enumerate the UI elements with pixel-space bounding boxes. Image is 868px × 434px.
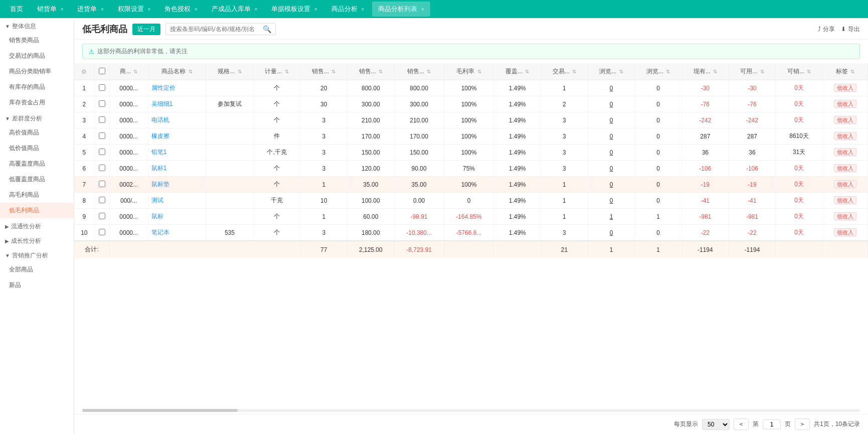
row-select-checkbox[interactable] <box>99 132 105 139</box>
sidebar-section-growth[interactable]: ▶ 成长性分析 <box>0 233 74 247</box>
row-name[interactable]: 鼠标垫 <box>148 177 206 193</box>
col-views1[interactable]: 浏览... ⇅ <box>588 63 635 80</box>
col-views2[interactable]: 浏览... ⇅ <box>635 63 682 80</box>
close-icon[interactable]: × <box>148 7 151 12</box>
sidebar-item-high-value[interactable]: 高价值商品 <box>0 125 74 140</box>
export-button[interactable]: ⬇ 导出 <box>841 25 860 34</box>
col-spec[interactable]: 规格... ⇅ <box>206 63 254 80</box>
scrollbar-thumb[interactable] <box>82 409 238 412</box>
col-unit[interactable]: 计量... ⇅ <box>253 63 300 80</box>
views-link[interactable]: 0 <box>610 117 613 124</box>
col-tag[interactable]: 标签 ⇅ <box>822 63 867 80</box>
search-input[interactable] <box>170 26 260 33</box>
row-select-checkbox[interactable] <box>99 165 105 171</box>
sidebar-item-new-goods[interactable]: 新品 <box>0 277 74 293</box>
row-checkbox[interactable] <box>94 161 109 177</box>
row-checkbox[interactable] <box>94 112 109 128</box>
sidebar-section-marketing[interactable]: ▼ 营销推广分析 <box>0 247 74 262</box>
views-link[interactable]: 0 <box>610 133 613 140</box>
views-link[interactable]: 0 <box>610 165 613 172</box>
row-name[interactable]: 电话机 <box>148 112 206 128</box>
row-checkbox[interactable] <box>94 128 109 144</box>
close-icon[interactable]: × <box>361 7 364 12</box>
close-icon[interactable]: × <box>195 7 198 12</box>
sidebar-item-all-goods[interactable]: 全部商品 <box>0 262 74 277</box>
row-select-checkbox[interactable] <box>99 149 105 155</box>
row-name[interactable]: 属性定价 <box>148 80 206 96</box>
row-checkbox[interactable] <box>94 96 109 112</box>
row-name[interactable]: 吴细细1 <box>148 96 206 112</box>
row-select-checkbox[interactable] <box>99 116 105 123</box>
sidebar-item-sales-goods[interactable]: 销售类商品 <box>0 33 74 48</box>
nav-product-analysis[interactable]: 商品分析 × <box>325 2 370 17</box>
nav-purchase-order[interactable]: 进货单 × <box>71 2 109 17</box>
col-sales-qty[interactable]: 销售... ⇅ <box>300 63 348 80</box>
per-page-select[interactable]: 50 20 100 <box>702 419 730 430</box>
close-icon[interactable]: × <box>101 7 104 12</box>
share-button[interactable]: ⤴ 分享 <box>818 25 835 34</box>
close-icon[interactable]: × <box>421 7 424 12</box>
row-checkbox[interactable] <box>94 225 109 241</box>
views-link[interactable]: 0 <box>610 101 613 108</box>
sidebar-item-capital-usage[interactable]: 库存资金占用 <box>0 95 74 110</box>
close-icon[interactable]: × <box>314 7 317 12</box>
views-link[interactable]: 0 <box>610 85 613 92</box>
nav-home[interactable]: 首页 <box>4 2 29 17</box>
col-code[interactable]: 商... ⇅ <box>109 63 148 80</box>
sidebar-section-quality[interactable]: ▼ 差群度分析 <box>0 110 74 125</box>
row-select-checkbox[interactable] <box>99 229 105 235</box>
views-link[interactable]: 0 <box>610 229 613 236</box>
close-icon[interactable]: × <box>61 7 64 12</box>
row-name[interactable]: 鼠标1 <box>148 161 206 177</box>
nav-permissions[interactable]: 权限设置 × <box>112 2 156 17</box>
nav-role-auth[interactable]: 角色授权 × <box>158 2 203 17</box>
sidebar-item-category-rate[interactable]: 商品分类助销率 <box>0 64 74 79</box>
sidebar-item-inventory-goods[interactable]: 有库存的商品 <box>0 79 74 95</box>
close-icon[interactable]: × <box>255 7 258 12</box>
row-name[interactable]: 笔记本 <box>148 225 206 241</box>
col-sales-amount[interactable]: 销售... ⇅ <box>348 63 395 80</box>
col-gross-margin[interactable]: 毛利率 ⇅ <box>444 63 494 80</box>
views-link[interactable]: 0 <box>610 197 613 204</box>
row-name[interactable]: 铅笔1 <box>148 144 206 161</box>
settings-icon[interactable]: ⚙ <box>81 68 87 75</box>
date-filter-button[interactable]: 近一月 <box>132 24 160 35</box>
row-checkbox[interactable] <box>94 193 109 209</box>
col-settings[interactable]: ⚙ <box>74 63 94 80</box>
nav-template-settings[interactable]: 单据模板设置 × <box>265 2 323 17</box>
col-transactions[interactable]: 交易... ⇅ <box>541 63 588 80</box>
row-select-checkbox[interactable] <box>99 84 105 91</box>
col-name[interactable]: 商品名称 ⇅ <box>148 63 206 80</box>
views-link[interactable]: 0 <box>610 149 613 156</box>
col-sellable-days[interactable]: 可销... ⇅ <box>776 63 823 80</box>
row-select-checkbox[interactable] <box>99 100 105 107</box>
row-name[interactable]: 鼠标 <box>148 209 206 225</box>
sidebar-item-low-value[interactable]: 低价值商品 <box>0 140 74 156</box>
row-select-checkbox[interactable] <box>99 197 105 203</box>
sidebar-item-high-margin[interactable]: 高毛利商品 <box>0 187 74 203</box>
select-all-checkbox[interactable] <box>99 68 105 74</box>
col-available-stock[interactable]: 可用... ⇅ <box>729 63 776 80</box>
views-link[interactable]: 0 <box>610 181 613 188</box>
row-checkbox[interactable] <box>94 144 109 161</box>
sidebar-section-overview[interactable]: ▼ 整体信息 <box>0 18 74 33</box>
sidebar-section-liquidity[interactable]: ▶ 流通性分析 <box>0 218 74 233</box>
sidebar-item-low-margin[interactable]: 低毛利商品 <box>0 203 74 218</box>
nav-analysis-list[interactable]: 商品分析列表 × <box>372 2 430 17</box>
col-current-stock[interactable]: 现有... ⇅ <box>682 63 729 80</box>
prev-page-button[interactable]: ＜ <box>734 418 749 430</box>
next-page-button[interactable]: ＞ <box>795 418 810 430</box>
nav-product-entry[interactable]: 产成品入库单 × <box>206 2 263 17</box>
row-name[interactable]: 橡皮擦 <box>148 128 206 144</box>
page-input[interactable] <box>763 419 781 429</box>
row-name[interactable]: 测试 <box>148 193 206 209</box>
row-select-checkbox[interactable] <box>99 213 105 219</box>
row-select-checkbox[interactable] <box>99 181 105 187</box>
sidebar-item-low-coverage[interactable]: 低覆盖度商品 <box>0 172 74 187</box>
nav-sales-order[interactable]: 销货单 × <box>31 2 69 17</box>
row-checkbox[interactable] <box>94 177 109 193</box>
horizontal-scrollbar[interactable] <box>82 409 860 412</box>
col-sales-profit[interactable]: 销售... ⇅ <box>394 63 444 80</box>
views-link[interactable]: 1 <box>610 213 613 220</box>
col-coverage[interactable]: 覆盖... ⇅ <box>494 63 541 80</box>
